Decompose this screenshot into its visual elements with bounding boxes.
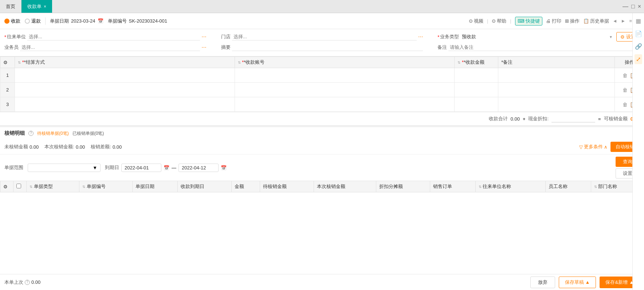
cell-amount-2[interactable] [455, 83, 498, 97]
table-row: 1 🗑 📋 [0, 68, 644, 83]
pending-tab[interactable]: 待核销单据(0笔) [37, 130, 69, 137]
cell-account-3[interactable] [235, 97, 455, 112]
nav-prev-icon[interactable]: ◄ [613, 18, 617, 24]
abandon-btn[interactable]: 放弃 [530, 277, 555, 288]
toolbar-separator [45, 17, 46, 25]
number-value: SK-20230324-001 [129, 18, 168, 24]
staff-field: 业务员 ··· [4, 44, 207, 51]
print-btn[interactable]: 🖨 打印 [546, 18, 561, 24]
cell-amount-1[interactable] [455, 68, 498, 83]
delete-row-1-icon[interactable]: 🗑 [623, 72, 628, 78]
operation-label: 操作 [570, 18, 580, 24]
stats-right: ▽ 更多条件 ∧ 自动核销 [579, 142, 640, 152]
counterpart-field: * 往来单位 ··· [4, 33, 207, 40]
store-more-icon[interactable]: ··· [418, 34, 423, 40]
bottom-col-staff: 员工名称 [546, 181, 591, 192]
business-type-dropdown-icon[interactable]: ▼ [609, 35, 613, 39]
operation-btn[interactable]: ⊞ 操作 [565, 18, 580, 24]
video-btn[interactable]: ⊙ 视频 [469, 18, 483, 24]
staff-input[interactable] [20, 44, 200, 51]
close-icon[interactable]: × [638, 3, 641, 10]
due-date-label: 到期日 [105, 164, 119, 171]
done-tab[interactable]: 已核销单据(0笔) [72, 130, 104, 137]
counterpart-more-icon[interactable]: ··· [201, 34, 206, 40]
uncancelled-label: 未核销金额 [4, 144, 28, 150]
save-draft-btn[interactable]: 保存草稿 ▲ [559, 277, 596, 288]
tab-home[interactable]: 首页 [0, 0, 21, 13]
store-input[interactable] [232, 33, 417, 40]
staff-more-icon[interactable]: ··· [201, 44, 206, 51]
counterpart-label: 往来单位 [7, 34, 26, 40]
window-controls: — □ × [623, 3, 644, 10]
row-num-3: 3 [0, 97, 15, 112]
cell-settlement-1[interactable] [15, 68, 235, 83]
toolbar-right: ⊙ 视频 | ⊙ 帮助 | ⌨ 快捷键 🖨 打印 ⊞ 操作 📋 [469, 17, 640, 26]
staff-label: 业务员 [4, 44, 19, 51]
calendar-from-icon[interactable]: 📅 [164, 165, 169, 171]
discount-input[interactable] [551, 115, 595, 122]
tab-receipt[interactable]: 收款单 × [21, 0, 52, 13]
cell-account-2[interactable] [235, 83, 455, 97]
delete-row-2-icon[interactable]: 🗑 [623, 87, 628, 93]
radio-refund[interactable]: 退款 [25, 18, 41, 24]
sidebar-table-icon[interactable]: ▦ [634, 16, 643, 26]
layout1-icon[interactable]: ≡ [629, 18, 632, 24]
cell-settlement-2[interactable] [15, 83, 235, 97]
minimize-icon[interactable]: — [623, 3, 628, 10]
bottom-col-type: ⇅ 单据类型 [27, 181, 79, 192]
select-all-checkbox[interactable] [16, 184, 21, 188]
table-row: 2 🗑 📋 [0, 83, 644, 97]
more-conditions-label: 更多条件 [584, 144, 603, 150]
cell-amount-3[interactable] [455, 97, 498, 112]
radio-receipt[interactable]: 收款 [4, 18, 20, 24]
nav-next-icon[interactable]: ► [621, 18, 626, 24]
history-btn[interactable]: 📋 历史单据 [583, 18, 609, 24]
stats-row: 未核销金额 0.00 本次核销金额: 0.00 核销差额: 0.00 ▽ 更多条… [0, 140, 644, 154]
tab-bar: 首页 收款单 × — □ × [0, 0, 644, 13]
sidebar-doc-icon[interactable]: 📄 [633, 29, 644, 39]
cell-note-1[interactable] [498, 68, 615, 83]
bottom-col-counterpart: ⇅ 往来单位名称 [475, 181, 545, 192]
bottom-col-date: 单据日期 [132, 181, 177, 192]
sidebar-link-icon[interactable]: 🔗 [633, 42, 644, 51]
bottom-col-amount: 金额 [232, 181, 260, 192]
diff-label: 核销差额: [91, 144, 111, 150]
date-range-filter: 到期日 📅 — 📅 [105, 164, 227, 172]
cell-settlement-3[interactable] [15, 97, 235, 112]
restore-icon[interactable]: □ [631, 3, 635, 10]
delete-row-3-icon[interactable]: 🗑 [623, 102, 628, 107]
note-input[interactable] [448, 44, 640, 51]
tab-close-icon[interactable]: × [44, 4, 46, 9]
counterpart-input[interactable] [27, 33, 200, 40]
calendar-icon[interactable]: 📅 [98, 18, 103, 24]
diff-value: 0.00 [113, 144, 122, 150]
range-select[interactable]: ▼ [28, 164, 101, 172]
business-type-label: 业务类型 [440, 34, 459, 40]
bottom-col-checkbox[interactable] [13, 181, 27, 192]
cell-note-2[interactable] [498, 83, 615, 97]
shortcut-btn[interactable]: ⌨ 快捷键 [515, 17, 542, 26]
help-btn[interactable]: ⊙ 帮助 [492, 18, 506, 24]
more-conditions-btn[interactable]: ▽ 更多条件 ∧ [579, 144, 608, 150]
info-icon[interactable]: ? [28, 131, 34, 136]
calendar-to-icon[interactable]: 📅 [221, 165, 227, 171]
current-stat: 本次核销金额: 0.00 [44, 144, 85, 150]
footer-info-icon[interactable]: ? [25, 280, 30, 285]
summary-input[interactable] [232, 44, 423, 51]
bottom-col-settings[interactable]: ⚙ [0, 181, 13, 192]
draft-dropdown-icon[interactable]: ▲ [585, 279, 590, 285]
table-row: 3 🗑 📋 [0, 97, 644, 112]
print-label: 打印 [552, 18, 561, 24]
range-dropdown-icon: ▼ [93, 165, 97, 171]
date-to-input[interactable] [178, 164, 219, 172]
sidebar-expand-icon[interactable]: ⤢ [635, 54, 642, 64]
cell-note-3[interactable] [498, 97, 615, 112]
settings-gear-icon: ⚙ [620, 34, 625, 40]
col-settlement: ⇅ **结算方式 [15, 57, 235, 68]
equals-sign: = [598, 116, 601, 122]
business-type-field: * 业务类型 预收款 ▼ ⚙ 设置 [437, 32, 640, 42]
history-icon: 📋 [583, 18, 589, 24]
date-from-input[interactable] [121, 164, 161, 172]
col-settings-icon[interactable]: ⚙ [0, 57, 15, 68]
cell-account-1[interactable] [235, 68, 455, 83]
